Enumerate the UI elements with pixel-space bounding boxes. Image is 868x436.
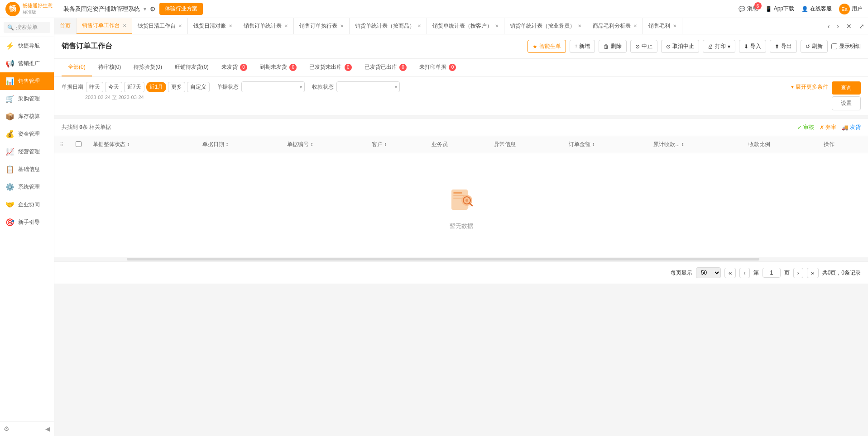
add-btn[interactable]: + 新增	[570, 40, 595, 53]
show-detail-label[interactable]: 显示明细	[831, 43, 861, 50]
th-received-sort[interactable]: 累计收款... ↕	[653, 141, 684, 148]
system-dropdown-btn[interactable]: ▾	[144, 6, 146, 12]
tab-margin-analysis[interactable]: 商品毛利分析表 ✕	[587, 18, 643, 34]
sidebar-item-guide[interactable]: 🎯 新手引导	[0, 213, 54, 231]
tab-sales-summary-staff[interactable]: 销货单统计表（按业务员） ✕	[504, 18, 587, 34]
tab-expand-btn[interactable]: ⤢	[855, 18, 868, 34]
trial-btn[interactable]: 体验行业方案	[159, 3, 203, 15]
filter-tab-not-shipped-label: 未发货	[221, 64, 238, 70]
cancel-stop-icon: ⊙	[666, 43, 671, 50]
tab-sales-summary-staff-close[interactable]: ✕	[578, 24, 581, 28]
tab-sales-stats[interactable]: 销售订单统计表 ✕	[238, 18, 294, 34]
tab-more-btn[interactable]: ✕	[843, 18, 855, 34]
online-service-btn[interactable]: 👤 在线客服	[801, 5, 832, 13]
smart-generate-btn[interactable]: ★ 智能生单	[528, 40, 566, 53]
filter-tab-pending-inspect[interactable]: 待拣验货(0)	[127, 59, 168, 76]
date-custom-btn[interactable]: 自定义	[187, 82, 210, 92]
sidebar-item-enterprise[interactable]: 🤝 企业协同	[0, 196, 54, 213]
expand-conditions-btn[interactable]: ▾ 展开更多条件	[791, 83, 828, 91]
tab-scroll-right-btn[interactable]: ›	[833, 18, 843, 34]
sidebar-item-operation[interactable]: 📈 经营管理	[0, 143, 54, 161]
sidebar-item-system[interactable]: ⚙️ 系统管理	[0, 178, 54, 196]
filter-tab-not-printed[interactable]: 未打印单据 0	[413, 59, 462, 76]
sidebar-item-inventory[interactable]: 📦 库存核算	[0, 108, 54, 125]
sidebar-item-basic[interactable]: 📋 基础信息	[0, 161, 54, 178]
settings-btn[interactable]: ⚙	[150, 5, 156, 13]
unreview-icon: ✗	[820, 124, 824, 131]
refresh-btn[interactable]: ↺ 刷新	[801, 40, 828, 53]
tab-sales-summary-product[interactable]: 销货单统计表（按商品） ✕	[350, 18, 427, 34]
tab-cash-reconcile[interactable]: 钱货日清对账 ✕	[188, 18, 238, 34]
tab-sales-workbench-close[interactable]: ✕	[123, 23, 126, 28]
app-download-btn[interactable]: 📱 App下载	[765, 5, 794, 13]
review-action-btn[interactable]: ✓ 审核	[797, 123, 814, 131]
page-input[interactable]	[762, 268, 781, 278]
tab-sales-summary-customer[interactable]: 销货单统计表（按客户） ✕	[427, 18, 504, 34]
unreview-action-btn[interactable]: ✗ 弃审	[820, 123, 836, 131]
sidebar-item-purchase[interactable]: 🛒 采购管理	[0, 90, 54, 108]
sidebar-item-sales[interactable]: 📊 销售管理	[0, 72, 54, 90]
date-today-btn[interactable]: 今天	[105, 82, 122, 92]
print-btn[interactable]: 🖨 打印 ▾	[703, 40, 735, 53]
date-more-btn[interactable]: 更多	[168, 82, 185, 92]
filter-tab-all[interactable]: 全部(0)	[62, 59, 92, 76]
th-status-sort[interactable]: 单据整体状态 ↕	[93, 141, 129, 148]
tab-sales-stats-close[interactable]: ✕	[284, 24, 288, 28]
set-btn[interactable]: 设置	[832, 96, 861, 110]
export-btn[interactable]: ⬆ 导出	[770, 40, 797, 53]
message-badge: 6	[754, 2, 762, 9]
filter-tab-shipped-out[interactable]: 已发货已出库 0	[358, 59, 413, 76]
stop-btn[interactable]: ⊘ 中止	[630, 40, 657, 53]
tab-sales-workbench[interactable]: 销售订单工作台 ✕	[77, 18, 132, 34]
sidebar-item-finance[interactable]: 💰 资金管理	[0, 125, 54, 143]
per-page-select[interactable]: 50 10 20 100	[696, 267, 721, 278]
delete-btn[interactable]: 🗑 删除	[599, 40, 627, 53]
status-select[interactable]	[241, 81, 305, 92]
filter-tab-overdue[interactable]: 到期未发货 0	[254, 59, 303, 76]
sidebar-item-marketing[interactable]: 📢 营销推广	[0, 55, 54, 72]
date-7days-btn[interactable]: 近7天	[124, 82, 144, 92]
horizontal-scrollbar[interactable]	[127, 258, 759, 261]
top-bar-middle: 装备及固定资产辅助管理系统 ▾ ⚙ 体验行业方案	[60, 3, 739, 15]
select-all-checkbox[interactable]	[76, 141, 82, 147]
sidebar-collapse-btn[interactable]: ◀	[45, 425, 50, 432]
cancel-stop-btn[interactable]: ⊙ 取消中止	[661, 40, 699, 53]
tab-scroll-left-btn[interactable]: ‹	[824, 18, 834, 34]
tab-cash-daily[interactable]: 钱货日清工作台 ✕	[132, 18, 188, 34]
tab-sales-exec-close[interactable]: ✕	[340, 24, 344, 28]
tab-margin-analysis-close[interactable]: ✕	[633, 24, 637, 28]
tab-sales-profit[interactable]: 销售毛利 ✕	[643, 18, 682, 34]
sidebar-settings-btn[interactable]: ⚙	[4, 425, 10, 432]
filter-tab-wangpu[interactable]: 旺铺待发货(0)	[168, 59, 215, 76]
tab-sales-profit-close[interactable]: ✕	[673, 24, 676, 28]
tab-home[interactable]: 首页	[54, 18, 77, 34]
sidebar-search[interactable]: 🔍 搜索菜单	[0, 18, 54, 37]
th-date-sort[interactable]: 单据日期 ↕	[202, 141, 228, 148]
date-1month-btn[interactable]: 近1月	[146, 82, 167, 92]
cancel-stop-btn-label: 取消中止	[672, 43, 694, 50]
th-customer-sort[interactable]: 客户 ↕	[372, 141, 387, 148]
th-no-sort[interactable]: 单据编号 ↕	[287, 141, 313, 148]
page-prev-btn[interactable]: ‹	[739, 268, 749, 278]
filter-tab-shipped-not-out[interactable]: 已发货未出库 0	[303, 59, 358, 76]
tab-cash-reconcile-close[interactable]: ✕	[229, 24, 232, 28]
ship-action-btn[interactable]: 🚚 发货	[842, 123, 861, 131]
page-next-btn[interactable]: ›	[793, 268, 803, 278]
tab-cash-daily-close[interactable]: ✕	[178, 24, 182, 28]
import-btn[interactable]: ⬇ 导入	[739, 40, 766, 53]
date-yesterday-btn[interactable]: 昨天	[86, 82, 103, 92]
payment-select[interactable]	[336, 81, 400, 92]
th-amount-sort[interactable]: 订单金额 ↕	[569, 141, 595, 148]
messages-btn[interactable]: 💬 消息 6	[739, 5, 758, 13]
show-detail-checkbox[interactable]	[831, 43, 837, 49]
page-last-btn[interactable]: »	[807, 268, 818, 278]
sidebar-item-quick-nav[interactable]: ⚡ 快捷导航	[0, 37, 54, 55]
filter-tab-not-shipped[interactable]: 未发货 0	[215, 59, 254, 76]
page-first-btn[interactable]: «	[724, 268, 736, 278]
query-btn[interactable]: 查询	[832, 81, 861, 95]
filter-tab-pending-review[interactable]: 待审核(0)	[92, 59, 128, 76]
tab-sales-summary-product-close[interactable]: ✕	[417, 24, 421, 28]
tab-sales-summary-customer-close[interactable]: ✕	[495, 24, 499, 28]
tab-sales-exec[interactable]: 销售订单执行表 ✕	[294, 18, 350, 34]
user-btn[interactable]: Ea 用户	[839, 4, 863, 14]
